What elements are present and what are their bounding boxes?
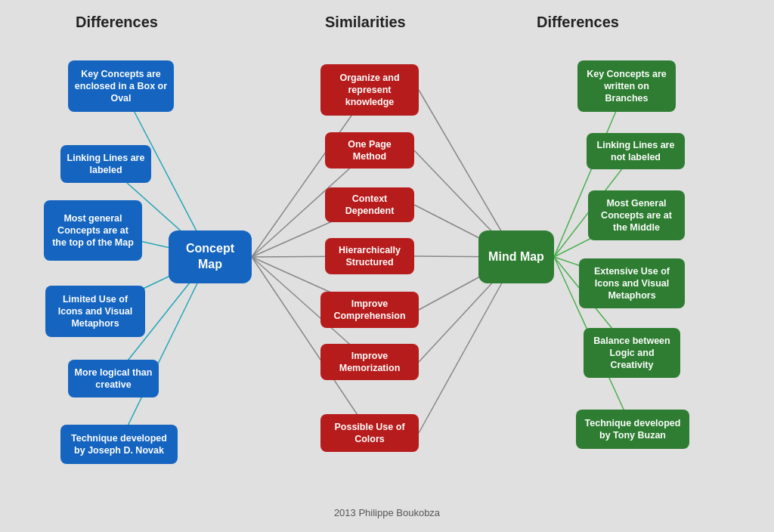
center-node-c5: Improve Comprehension — [320, 292, 419, 328]
left-node-l3: Most general Concepts are at the top of … — [44, 200, 142, 261]
diagram-container: Differences Similarities Differences — [0, 0, 774, 532]
mind-map-node: Mind Map — [478, 230, 554, 283]
title-left: Differences — [76, 14, 158, 31]
concept-map-node: Concept Map — [169, 230, 252, 283]
right-node-r3: Most General Concepts are at the Middle — [588, 190, 685, 240]
right-node-r5: Balance between Logic and Creativity — [584, 328, 680, 378]
right-node-r2: Linking Lines are not labeled — [587, 133, 685, 169]
right-node-r1: Key Concepts are written on Branches — [577, 60, 676, 112]
title-right: Differences — [537, 14, 619, 31]
center-node-c1: Organize and represent knowledge — [320, 64, 419, 116]
center-node-c6: Improve Memorization — [320, 344, 419, 380]
center-node-c2: One Page Method — [325, 132, 414, 169]
left-node-l4: Limited Use of Icons and Visual Metaphor… — [45, 286, 145, 337]
left-node-l2: Linking Lines are labeled — [60, 145, 151, 183]
title-center: Similarities — [325, 14, 406, 31]
left-node-l6: Technique developed by Joseph D. Novak — [60, 425, 178, 464]
right-node-r4: Extensive Use of Icons and Visual Metaph… — [579, 258, 685, 308]
center-node-c4: Hierarchically Structured — [325, 238, 414, 274]
footer-credit: 2013 Philippe Boukobza — [0, 507, 774, 518]
center-node-c3: Context Dependent — [325, 187, 414, 222]
right-node-r6: Technique developed by Tony Buzan — [576, 410, 689, 449]
left-node-l1: Key Concepts are enclosed in a Box or Ov… — [68, 60, 174, 112]
left-node-l5: More logical than creative — [68, 360, 159, 397]
center-node-c7: Possible Use of Colors — [320, 414, 419, 452]
